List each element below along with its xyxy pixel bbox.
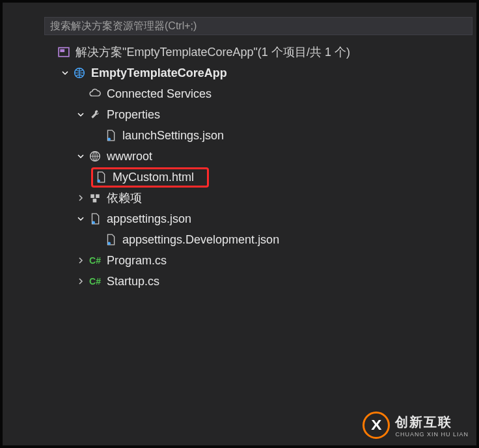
expander-blank (75, 89, 86, 99)
program-label: Program.cs (107, 254, 167, 268)
solution-label: 解决方案"EmptyTemplateCoreApp"(1 个项目/共 1 个) (75, 44, 350, 60)
mycustom-label: MyCustom.html (113, 171, 194, 184)
mycustom-node[interactable]: MyCustom.html (3, 167, 476, 188)
search-input[interactable]: 搜索解决方案资源管理器(Ctrl+;) (44, 17, 472, 35)
chevron-right-icon[interactable] (75, 276, 86, 287)
appsettings-label: appsettings.json (107, 212, 191, 226)
project-node[interactable]: EmptyTemplateCoreApp (3, 63, 476, 83)
svg-rect-9 (93, 199, 97, 203)
solution-node[interactable]: 解决方案"EmptyTemplateCoreApp"(1 个项目/共 1 个) (3, 42, 476, 63)
globe-outline-icon (89, 150, 102, 163)
wrench-icon (89, 108, 102, 121)
startup-label: Startup.cs (107, 275, 159, 288)
json-file-icon (104, 233, 117, 246)
csharp-icon: C# (89, 276, 102, 287)
solution-explorer-panel: 搜索解决方案资源管理器(Ctrl+;) 解决方案"EmptyTemplateCo… (3, 3, 476, 292)
chevron-right-icon[interactable] (75, 255, 86, 266)
launchsettings-node[interactable]: launchSettings.json (3, 125, 476, 146)
launchsettings-label: launchSettings.json (122, 129, 224, 143)
json-file-icon (89, 212, 102, 225)
expander-blank (91, 234, 102, 245)
properties-node[interactable]: Properties (3, 104, 476, 125)
highlight-annotation: MyCustom.html (91, 167, 209, 188)
dependencies-node[interactable]: 依赖项 (3, 188, 476, 208)
wwwroot-node[interactable]: wwwroot (3, 146, 476, 167)
solution-tree: 解决方案"EmptyTemplateCoreApp"(1 个项目/共 1 个) … (3, 39, 476, 292)
svg-point-6 (97, 179, 100, 182)
html-file-icon (94, 171, 107, 184)
project-label: EmptyTemplateCoreApp (91, 66, 227, 80)
svg-rect-7 (90, 194, 94, 198)
csharp-icon: C# (89, 255, 102, 266)
globe-icon (73, 66, 86, 79)
chevron-down-icon[interactable] (75, 151, 86, 161)
chevron-down-icon[interactable] (60, 68, 70, 78)
expander-blank (91, 130, 102, 141)
chevron-down-icon[interactable] (75, 214, 86, 224)
properties-label: Properties (107, 108, 160, 122)
connected-services-node[interactable]: Connected Services (3, 83, 476, 104)
dependencies-label: 依赖项 (107, 190, 142, 206)
cloud-icon (89, 87, 102, 100)
appsettings-dev-node[interactable]: appsettings.Development.json (3, 229, 476, 250)
svg-rect-8 (96, 194, 100, 198)
appsettings-node[interactable]: appsettings.json (3, 208, 476, 229)
expander-blank (44, 47, 55, 57)
startup-node[interactable]: C# Startup.cs (3, 271, 476, 292)
chevron-down-icon[interactable] (75, 109, 86, 120)
watermark: X 创新互联 CHUANG XIN HU LIAN (363, 412, 469, 439)
watermark-text-cn: 创新互联 (395, 413, 469, 431)
json-file-icon (104, 129, 117, 142)
connected-services-label: Connected Services (107, 87, 212, 101)
wwwroot-label: wwwroot (107, 150, 152, 163)
watermark-text-en: CHUANG XIN HU LIAN (395, 431, 469, 438)
solution-icon (57, 46, 70, 59)
program-node[interactable]: C# Program.cs (3, 250, 476, 271)
svg-point-3 (108, 137, 111, 141)
chevron-right-icon[interactable] (75, 193, 86, 203)
watermark-logo-icon: X (363, 412, 390, 439)
search-placeholder: 搜索解决方案资源管理器(Ctrl+;) (50, 20, 197, 33)
package-icon (89, 191, 102, 204)
appsettings-dev-label: appsettings.Development.json (122, 233, 279, 247)
svg-rect-1 (60, 49, 64, 53)
svg-point-11 (108, 242, 111, 245)
svg-point-10 (92, 221, 96, 224)
